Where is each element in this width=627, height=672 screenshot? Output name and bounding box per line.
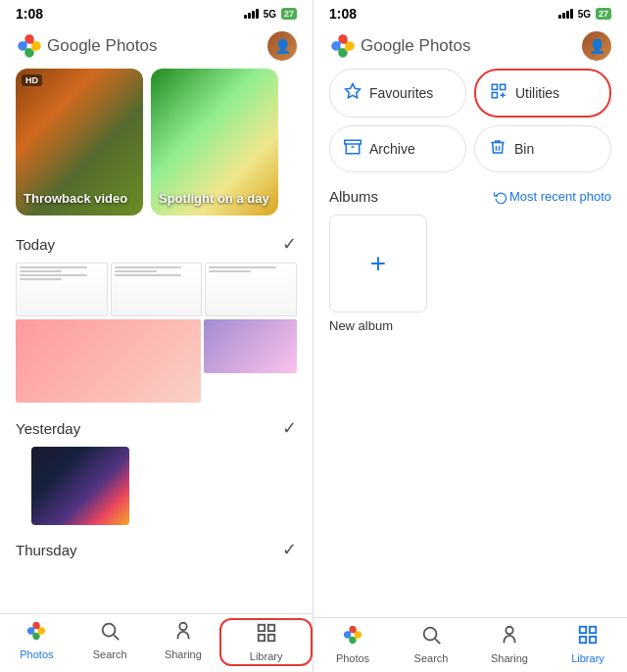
archive-icon (344, 138, 362, 160)
hd-badge: HD (22, 74, 42, 86)
memory-label-throwback: Throwback video (24, 191, 127, 208)
search-icon-left (99, 620, 121, 647)
svg-line-14 (435, 639, 440, 644)
nav-photos-left[interactable]: Photos (0, 620, 73, 664)
bin-label: Bin (514, 141, 534, 157)
archive-button[interactable]: Archive (329, 125, 466, 172)
thursday-section-header: Thursday ✓ (0, 533, 313, 568)
svg-rect-8 (492, 84, 497, 89)
network-label-right: 5G (578, 9, 591, 20)
yesterday-section-header: Yesterday ✓ (0, 411, 313, 447)
avatar-right[interactable]: 👤 (582, 31, 611, 61)
favourites-button[interactable]: Favourites (329, 69, 466, 118)
network-label: 5G (264, 9, 276, 20)
doc-line (115, 266, 182, 268)
utilities-icon (490, 82, 507, 104)
photo-thumb-2[interactable] (204, 319, 297, 373)
doc-line (20, 274, 87, 276)
svg-point-13 (424, 628, 437, 641)
app-title-left: Google Photos (47, 36, 157, 56)
google-photos-logo-icon-right (329, 32, 357, 60)
doc-line (20, 278, 62, 280)
plus-icon: + (370, 248, 386, 279)
nav-library-label-left: Library (250, 650, 283, 662)
app-title-right: Google Photos (361, 36, 470, 56)
nav-search-label-right: Search (414, 652, 449, 664)
thursday-title: Thursday (16, 542, 77, 558)
today-photo-grid (0, 263, 313, 411)
yesterday-photo-1[interactable] (31, 447, 129, 525)
nav-search-label-left: Search (93, 648, 127, 660)
svg-point-0 (103, 624, 116, 637)
time-right: 1:08 (329, 6, 357, 22)
nav-sharing-right[interactable]: Sharing (470, 624, 549, 664)
favourites-label: Favourites (369, 85, 433, 101)
svg-rect-18 (580, 637, 586, 643)
status-bar-left: 1:08 5G 27 (0, 0, 313, 25)
memory-spotlight[interactable]: Spotlight on a day (151, 69, 278, 216)
nav-photos-right[interactable]: Photos (314, 624, 392, 664)
svg-rect-3 (258, 625, 264, 631)
photo-doc-1[interactable] (16, 263, 108, 316)
memory-throwback[interactable]: HD Throwback video (16, 69, 143, 216)
doc-line (20, 266, 87, 268)
status-icons-left: 5G 27 (244, 8, 297, 20)
today-title: Today (16, 236, 55, 253)
archive-label: Archive (369, 141, 415, 157)
app-header-right: Google Photos 👤 (314, 25, 627, 69)
svg-rect-4 (267, 625, 273, 631)
menu-grid: Favourites Utilities Archive Bin (314, 69, 627, 184)
nav-search-left[interactable]: Search (73, 620, 147, 664)
battery-right: 27 (596, 8, 611, 20)
svg-rect-6 (267, 635, 273, 641)
nav-photos-label-right: Photos (336, 652, 369, 664)
photo-doc-2[interactable] (111, 263, 203, 316)
photo-row-2 (16, 319, 297, 403)
bin-button[interactable]: Bin (474, 125, 611, 172)
nav-library-left[interactable]: Library (219, 618, 313, 666)
sharing-icon-right (499, 624, 520, 650)
photos-icon-left (25, 620, 47, 647)
left-scroll[interactable]: HD Throwback video Spotlight on a day To… (0, 69, 313, 613)
new-album-label: New album (329, 318, 611, 333)
nav-sharing-label-right: Sharing (491, 652, 528, 664)
most-recent-link[interactable]: Most recent photo (494, 189, 611, 204)
nav-search-right[interactable]: Search (392, 624, 470, 664)
utilities-label: Utilities (515, 85, 559, 101)
doc-line (209, 266, 276, 268)
logo-right: Google Photos (329, 32, 470, 60)
signal-icon (244, 9, 259, 19)
nav-sharing-left[interactable]: Sharing (147, 620, 220, 664)
yesterday-title: Yesterday (16, 420, 80, 437)
bottom-nav-left: Photos Search Sharing Library (0, 613, 313, 672)
svg-rect-9 (501, 84, 506, 89)
new-album-card[interactable]: + (329, 215, 427, 312)
yesterday-photos (0, 447, 313, 533)
google-photos-logo-icon (16, 32, 43, 60)
svg-rect-16 (580, 627, 586, 633)
nav-sharing-label-left: Sharing (165, 648, 202, 660)
today-section-header: Today ✓ (0, 227, 313, 263)
battery-left: 27 (281, 8, 297, 20)
svg-marker-7 (346, 84, 361, 98)
nav-library-right[interactable]: Library (549, 624, 627, 664)
signal-icon-right (558, 9, 573, 19)
utilities-button[interactable]: Utilities (474, 69, 611, 118)
photo-doc-3[interactable] (205, 263, 297, 316)
svg-rect-10 (492, 93, 497, 98)
doc-line (115, 270, 157, 272)
doc-line (209, 270, 251, 272)
bin-icon (489, 138, 506, 160)
svg-rect-19 (590, 637, 596, 643)
app-header-left: Google Photos 👤 (0, 25, 313, 69)
photo-thumb-1[interactable] (16, 319, 201, 403)
doc-line (20, 270, 62, 272)
avatar-left[interactable]: 👤 (267, 31, 297, 61)
logo-left: Google Photos (16, 32, 157, 60)
right-panel: 1:08 5G 27 Google Photos 👤 (314, 0, 627, 672)
most-recent-label: Most recent photo (509, 189, 611, 204)
star-icon (344, 82, 362, 104)
refresh-icon (494, 190, 507, 204)
nav-library-label-right: Library (571, 652, 604, 664)
svg-rect-5 (258, 635, 264, 641)
